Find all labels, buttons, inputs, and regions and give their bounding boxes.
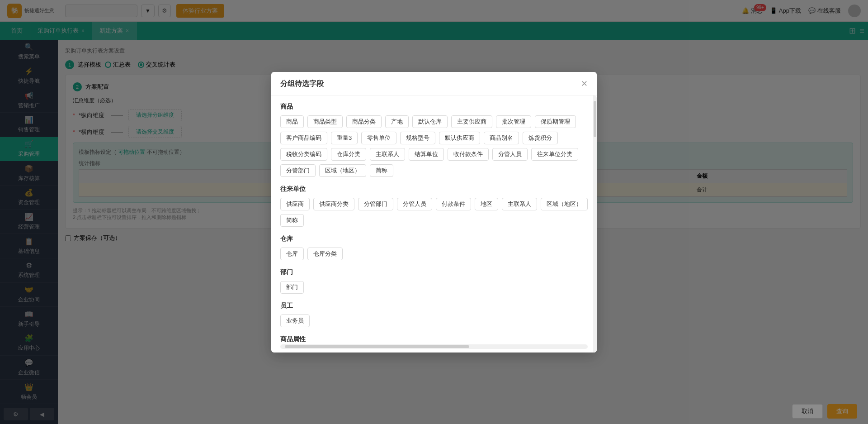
section-goods-title: 商品 [280, 103, 588, 111]
field-tag-goods-22[interactable]: 分管部门 [280, 164, 316, 177]
field-tag-goods-10[interactable]: 零售单位 [361, 132, 396, 144]
field-tag-partner-4[interactable]: 付款条件 [436, 198, 471, 210]
field-tag-goods-15[interactable]: 税收分类编码 [280, 148, 327, 161]
modal-body: 商品 商品 商品类型 商品分类 产地 默认仓库 主要供应商 批次管理 保质期管理… [271, 95, 597, 344]
field-tag-goods-24[interactable]: 简称 [370, 164, 393, 177]
field-tag-goods-1[interactable]: 商品类型 [307, 115, 343, 128]
field-tag-goods-16[interactable]: 仓库分类 [331, 148, 366, 161]
field-tag-department-0[interactable]: 部门 [280, 281, 304, 294]
field-tag-warehouse-0[interactable]: 仓库 [280, 248, 304, 260]
field-tag-goods-8[interactable]: 客户商品编码 [280, 132, 327, 144]
field-tag-goods-7[interactable]: 保质期管理 [535, 115, 576, 128]
field-tag-goods-9[interactable]: 重量3 [331, 132, 358, 144]
field-tag-partner-6[interactable]: 主联系人 [502, 198, 537, 210]
field-tag-warehouse-1[interactable]: 仓库分类 [307, 248, 343, 260]
section-partner: 往来单位 供应商 供应商分类 分管部门 分管人员 付款条件 地区 主联系人 区域… [280, 185, 588, 227]
field-tag-partner-1[interactable]: 供应商分类 [313, 198, 354, 210]
field-tag-goods-20[interactable]: 分管人员 [492, 148, 528, 161]
field-tag-goods-17[interactable]: 主联系人 [370, 148, 405, 161]
section-department: 部门 部门 [280, 268, 588, 294]
modal-overlay: 分组待选字段 ✕ 商品 商品 商品类型 商品分类 产地 默认仓库 主要供应商 批… [0, 0, 868, 424]
modal-title: 分组待选字段 [280, 79, 324, 89]
field-tag-goods-18[interactable]: 结算单位 [409, 148, 444, 161]
field-tag-goods-3[interactable]: 产地 [385, 115, 409, 128]
section-product-attr-title: 商品属性 [280, 335, 588, 343]
field-tag-partner-0[interactable]: 供应商 [280, 198, 310, 210]
field-tag-goods-5[interactable]: 主要供应商 [451, 115, 492, 128]
field-tag-goods-6[interactable]: 批次管理 [496, 115, 531, 128]
field-tag-goods-21[interactable]: 往来单位分类 [531, 148, 578, 161]
department-field-tags: 部门 [280, 281, 588, 294]
field-tag-goods-23[interactable]: 区域（地区） [319, 164, 366, 177]
modal-vscroll-thumb [594, 101, 596, 137]
field-tag-goods-0[interactable]: 商品 [280, 115, 304, 128]
section-employee: 员工 业务员 [280, 302, 588, 327]
section-product-attr: 商品属性 属性 颜色 多规格 尺码 鞋码 1 [280, 335, 588, 344]
field-tag-partner-7[interactable]: 区域（地区） [541, 198, 588, 210]
field-tag-goods-12[interactable]: 默认供应商 [439, 132, 480, 144]
section-department-title: 部门 [280, 268, 588, 276]
goods-field-tags: 商品 商品类型 商品分类 产地 默认仓库 主要供应商 批次管理 保质期管理 客户… [280, 115, 588, 177]
section-warehouse-title: 仓库 [280, 235, 588, 243]
warehouse-field-tags: 仓库 仓库分类 [280, 248, 588, 260]
field-tag-goods-2[interactable]: 商品分类 [346, 115, 382, 128]
field-tag-partner-2[interactable]: 分管部门 [358, 198, 393, 210]
section-goods: 商品 商品 商品类型 商品分类 产地 默认仓库 主要供应商 批次管理 保质期管理… [280, 103, 588, 177]
field-tag-goods-14[interactable]: 炼货积分 [523, 132, 558, 144]
partner-field-tags: 供应商 供应商分类 分管部门 分管人员 付款条件 地区 主联系人 区域（地区） … [280, 198, 588, 227]
field-tag-goods-11[interactable]: 规格型号 [400, 132, 435, 144]
section-warehouse: 仓库 仓库 仓库分类 [280, 235, 588, 260]
employee-field-tags: 业务员 [280, 314, 588, 327]
modal-hscroll-thumb [285, 345, 469, 348]
field-tag-partner-8[interactable]: 简称 [280, 214, 304, 227]
modal-vertical-scrollbar[interactable] [593, 95, 597, 353]
section-employee-title: 员工 [280, 302, 588, 310]
field-tag-goods-4[interactable]: 默认仓库 [412, 115, 448, 128]
field-tag-partner-5[interactable]: 地区 [475, 198, 498, 210]
modal-header: 分组待选字段 ✕ [271, 72, 597, 95]
field-tag-goods-19[interactable]: 收付款条件 [448, 148, 489, 161]
modal-horizontal-scrollbar[interactable] [280, 344, 588, 349]
modal-field-selector: 分组待选字段 ✕ 商品 商品 商品类型 商品分类 产地 默认仓库 主要供应商 批… [271, 72, 597, 353]
field-tag-goods-13[interactable]: 商品别名 [484, 132, 519, 144]
field-tag-partner-3[interactable]: 分管人员 [397, 198, 432, 210]
section-partner-title: 往来单位 [280, 185, 588, 193]
field-tag-employee-0[interactable]: 业务员 [280, 314, 310, 327]
modal-close-button[interactable]: ✕ [581, 80, 588, 88]
